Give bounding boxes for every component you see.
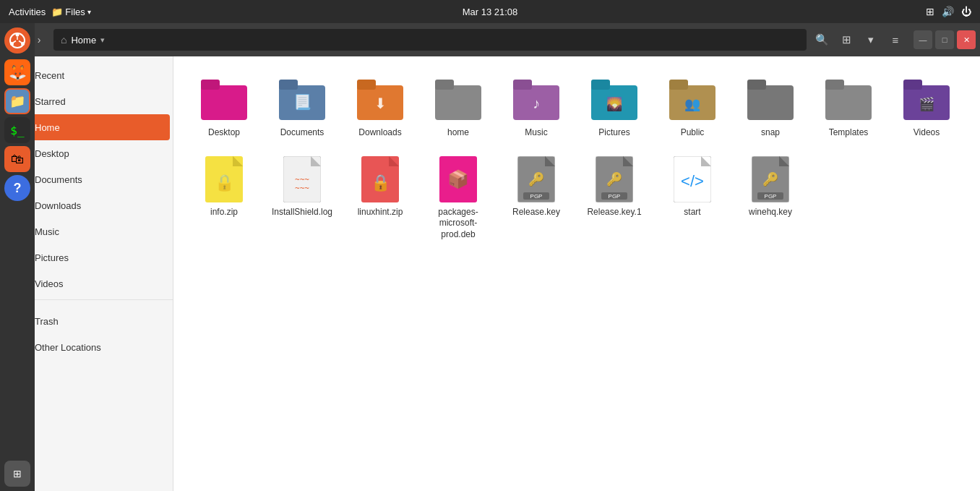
downloads-folder-icon: ⬇ [357,77,403,123]
svg-rect-3 [279,80,298,90]
documents-folder-icon: 📃 [279,77,325,123]
file-item-documents[interactable]: 📃 Documents [266,71,338,145]
svg-rect-22 [825,80,844,90]
file-name-start: start [684,207,700,218]
files-menu-button[interactable]: 📁 Files ▾ [51,7,90,17]
file-item-info-zip[interactable]: 🔒 info.zip [188,150,260,247]
svg-text:</>: </> [681,172,704,190]
hamburger-icon: ≡ [893,34,899,46]
topbar-left: Activities 📁 Files ▾ [9,7,91,17]
dock-app-grid[interactable]: ⊞ [4,461,30,487]
file-item-pictures[interactable]: 🌄 Pictures [578,71,650,145]
file-item-packages-deb[interactable]: 📦 packages-microsoft-prod.deb [422,150,494,247]
menu-button[interactable]: ≡ [885,29,906,51]
home-folder-icon [435,77,481,123]
power-icon[interactable]: ⏻ [961,6,971,17]
svg-text:♪: ♪ [533,95,540,111]
dock-firefox[interactable]: 🦊 [4,59,30,85]
file-item-winehq-key[interactable]: PGP 🔑 winehq.key [734,150,807,247]
svg-line-62 [13,41,16,43]
network-icon[interactable]: ⊞ [926,6,934,17]
packages-deb-icon: 📦 [435,156,481,202]
dock-files[interactable]: 📁 [4,88,30,114]
dock-terminal[interactable]: $_ [4,117,30,143]
svg-line-63 [19,41,22,43]
winehq-key-icon: PGP 🔑 [747,156,794,202]
activities-button[interactable]: Activities [9,7,46,17]
svg-text:🔒: 🔒 [371,173,391,192]
ubuntu-logo[interactable] [4,27,30,54]
sidebar-label-desktop: Desktop [35,148,69,159]
svg-text:PGP: PGP [609,193,621,200]
svg-rect-8 [435,85,481,120]
release-key-1-icon: PGP 🔑 [591,156,637,202]
close-button[interactable]: ✕ [957,30,976,49]
audio-icon[interactable]: 🔊 [942,6,954,17]
main-area: 🕐 Recent ★ Starred ⌂ Home 🖥 Desktop 📄 Do… [0,56,980,491]
svg-rect-17 [669,80,688,90]
svg-text:PGP: PGP [530,193,543,200]
file-item-public[interactable]: 👥 Public [656,71,728,145]
svg-text:📦: 📦 [447,168,469,189]
minimize-button[interactable]: — [914,30,932,49]
pictures-folder-icon: 🌄 [591,77,637,123]
file-item-home[interactable]: home [422,71,494,145]
location-chevron: ▾ [100,35,105,45]
file-item-templates[interactable]: Templates [812,71,885,145]
svg-text:🎬: 🎬 [919,96,935,112]
svg-text:🔑: 🔑 [606,171,623,187]
view-toggle-button[interactable]: ⊞ [835,29,857,51]
snap-folder-icon [747,77,794,123]
sidebar-label-other-locations: Other Locations [35,342,101,353]
file-name-music: Music [525,127,547,139]
file-item-videos[interactable]: 🎬 Videos [890,71,963,145]
file-name-packages-deb: packages-microsoft-prod.deb [425,207,491,241]
svg-text:⬇: ⬇ [374,95,387,111]
header-actions: 🔍 ⊞ ▾ ≡ [811,29,906,51]
headerbar: ‹ › ⌂ Home ▾ 🔍 ⊞ ▾ ≡ — □ ✕ [0,23,980,56]
svg-rect-11 [513,80,532,90]
location-bar[interactable]: ⌂ Home ▾ [53,29,807,51]
files-menu-chevron: ▾ [87,8,91,16]
public-folder-icon: 👥 [669,77,715,123]
start-icon: </> [669,156,715,202]
info-zip-icon: 🔒 [201,156,247,202]
file-item-release-key-1[interactable]: PGP 🔑 Release.key.1 [578,150,650,247]
file-name-snap: snap [761,127,780,139]
file-name-home: home [447,127,469,139]
svg-rect-14 [591,80,610,90]
file-name-install-shield: InstallShield.log [272,207,332,218]
file-item-downloads[interactable]: ⬇ Downloads [344,71,416,145]
file-item-install-shield[interactable]: ~~~ ~~~ InstallShield.log [266,150,338,247]
file-item-release-key[interactable]: PGP 🔑 Release.key [500,150,572,247]
maximize-button[interactable]: □ [935,30,954,49]
svg-text:🔑: 🔑 [762,171,779,187]
svg-point-58 [16,33,20,37]
file-item-linuxhint-zip[interactable]: 🔒 linuxhint.zip [344,150,416,247]
svg-rect-21 [825,85,872,120]
dock-help[interactable]: ? [4,175,30,201]
file-name-linuxhint-zip: linuxhint.zip [358,207,403,218]
file-name-release-key: Release.key [512,207,560,218]
svg-rect-0 [201,85,247,120]
desktop-folder-icon [201,77,247,123]
view-chevron-icon: ▾ [868,33,874,46]
sidebar-label-trash: Trash [35,316,59,327]
file-name-winehq-key: winehq.key [749,207,792,218]
file-item-music[interactable]: ♪ Music [500,71,572,145]
svg-rect-9 [435,80,454,90]
search-button[interactable]: 🔍 [811,29,833,51]
file-item-desktop[interactable]: Desktop [188,71,260,145]
file-name-public: Public [681,127,705,139]
file-item-start[interactable]: </> start [656,150,728,247]
window-controls: — □ ✕ [914,30,976,49]
search-icon: 🔍 [815,33,829,46]
dock-appstore[interactable]: 🛍 [4,146,30,172]
file-item-snap[interactable]: snap [734,71,807,145]
svg-text:🔒: 🔒 [215,173,235,192]
files-menu-icon: 📁 [51,7,63,17]
music-folder-icon: ♪ [513,77,559,123]
view-chevron-button[interactable]: ▾ [860,29,882,51]
file-name-templates: Templates [829,127,869,139]
sidebar-label-starred: Starred [35,96,66,107]
